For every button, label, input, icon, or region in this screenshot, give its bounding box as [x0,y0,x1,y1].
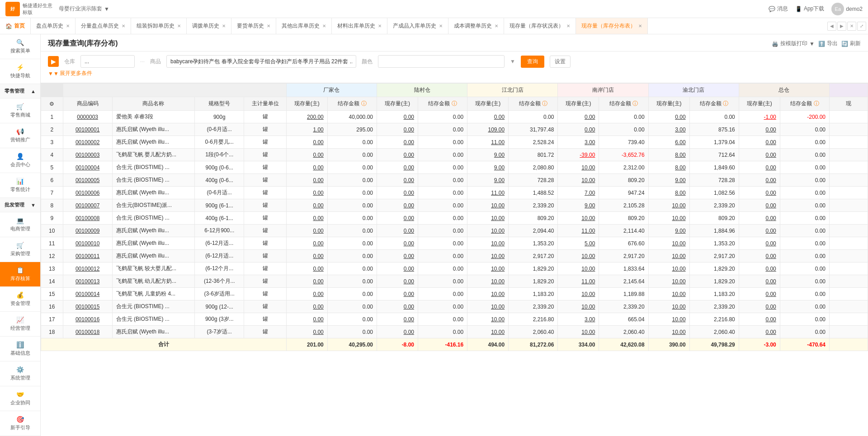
cell-total-qty[interactable]: 0.00 [739,212,780,225]
cell-yb-qty[interactable]: 10.00 [648,288,689,300]
cell-code[interactable]: 00100007 [63,199,112,212]
cell-fj-qty[interactable]: 0.00 [286,136,327,149]
cell-fj-qty[interactable]: 200.00 [286,111,327,123]
cell-na-qty[interactable]: 0.00 [558,123,599,136]
sidebar-item-system[interactable]: ⚙️ 系统管理 [0,361,40,386]
cell-lc-qty[interactable]: 0.00 [377,161,418,174]
tab-purchase-order[interactable]: 要货单历史 ✕ [231,18,276,34]
cell-yb-qty[interactable]: 10.00 [648,212,689,225]
tab-prev-btn[interactable]: ◀ [827,22,836,31]
cell-yb-qty[interactable]: 6.00 [648,136,689,149]
cell-code[interactable]: 00100013 [63,275,112,288]
sidebar-section-wholesale[interactable]: 批发管理 ▼ [0,198,40,212]
cell-fj-qty[interactable]: 0.00 [286,275,327,288]
cell-total-qty[interactable]: 0.00 [739,136,780,149]
cell-total-qty[interactable]: 0.00 [739,187,780,199]
filter-collapse-btn[interactable]: ▶ [48,56,59,67]
cell-yb-qty[interactable]: 0.00 [648,111,689,123]
cell-na-qty[interactable]: 10.00 [558,250,599,263]
cell-total-qty[interactable]: -1.00 [739,111,780,123]
cell-yb-qty[interactable]: 10.00 [648,313,689,326]
cell-total-qty[interactable]: 0.00 [739,250,780,263]
cell-fj-qty[interactable]: 0.00 [286,313,327,326]
cell-total-qty[interactable]: 0.00 [739,174,780,187]
cell-yb-qty[interactable]: 8.00 [648,161,689,174]
cell-code[interactable]: 00100009 [63,225,112,237]
tab-assembly[interactable]: 组装拆卸单历史 ✕ [131,18,187,34]
cell-yb-qty[interactable]: 10.00 [648,237,689,250]
cell-na-qty[interactable]: 10.00 [558,263,599,275]
cell-fj-qty[interactable]: 0.00 [286,174,327,187]
cell-jb-qty[interactable]: 10.00 [467,288,509,300]
cell-na-qty[interactable]: 10.00 [558,300,599,313]
cell-fj-qty[interactable]: 0.00 [286,187,327,199]
cell-jb-qty[interactable]: 10.00 [467,199,509,212]
cell-na-qty[interactable]: 10.00 [558,326,599,338]
cell-na-qty[interactable]: 0.00 [558,111,599,123]
cell-fj-qty[interactable]: 0.00 [286,237,327,250]
cell-lc-qty[interactable]: 0.00 [377,237,418,250]
tab-close-icon[interactable]: ✕ [638,23,642,28]
cell-lc-qty[interactable]: 0.00 [377,212,418,225]
cell-fj-qty[interactable]: 0.00 [286,212,327,225]
query-btn[interactable]: 查询 [521,56,544,68]
cell-jb-qty[interactable]: 10.00 [467,326,509,338]
sidebar-item-ecomm[interactable]: 💻 电商管理 [0,212,40,237]
tab-other-out[interactable]: 其他出库单历史 ✕ [276,18,332,34]
cell-yb-qty[interactable]: 9.00 [648,174,689,187]
export-btn[interactable]: ⬆️ 导出 [818,40,838,47]
app-download-btn[interactable]: 📱 App下载 [795,5,824,13]
tab-inventory-history[interactable]: 盘点单历史 ✕ [31,18,75,34]
sidebar-item-purchase[interactable]: 🛒 采购管理 [0,237,40,262]
cell-yb-qty[interactable]: 10.00 [648,300,689,313]
cell-lc-qty[interactable]: 0.00 [377,263,418,275]
cell-total-qty[interactable]: 0.00 [739,161,780,174]
cell-jb-qty[interactable]: 10.00 [467,313,509,326]
tab-stock-dist[interactable]: 现存量（库存分布表） ✕ [576,18,648,34]
cell-code[interactable]: 00100005 [63,174,112,187]
cell-lc-qty[interactable]: 0.00 [377,187,418,199]
cell-code[interactable]: 00100018 [63,326,112,338]
cell-jb-qty[interactable]: 0.00 [467,111,509,123]
cell-jb-qty[interactable]: 9.00 [467,161,509,174]
color-input[interactable] [378,55,505,68]
cell-code[interactable]: 00100014 [63,288,112,300]
tab-close-all-btn[interactable]: ✕ [847,22,856,31]
cell-jb-qty[interactable]: 9.00 [467,174,509,187]
tab-sub-inventory[interactable]: 分量盘点单历史 ✕ [75,18,131,34]
cell-fj-qty[interactable]: 0.00 [286,161,327,174]
cell-na-qty[interactable]: 10.00 [558,288,599,300]
cell-code[interactable]: 00100015 [63,300,112,313]
cell-yb-qty[interactable]: 10.00 [648,275,689,288]
sidebar-item-search[interactable]: 🔍 搜索英单 [0,34,40,59]
cell-lc-qty[interactable]: 0.00 [377,275,418,288]
cell-lc-qty[interactable]: 0.00 [377,123,418,136]
tab-product-in[interactable]: 产成品入库单历史 ✕ [387,18,448,34]
tab-stock-status[interactable]: 现存量（库存状况表） ✕ [504,18,576,34]
cell-fj-qty[interactable]: 0.00 [286,300,327,313]
cell-yb-qty[interactable]: 3.00 [648,123,689,136]
cell-lc-qty[interactable]: 0.00 [377,225,418,237]
cell-fj-qty[interactable]: 0.00 [286,326,327,338]
cell-na-qty[interactable]: 10.00 [558,174,599,187]
cell-total-qty[interactable]: 0.00 [739,288,780,300]
sidebar-item-retail-stats[interactable]: 📊 零售统计 [0,173,40,198]
cell-yb-qty[interactable]: 8.00 [648,149,689,161]
sidebar-item-member[interactable]: 👤 会员中心 [0,148,40,173]
cell-fj-qty[interactable]: 0.00 [286,225,327,237]
cell-code[interactable]: 00100002 [63,136,112,149]
sidebar-item-business[interactable]: 📈 经营管理 [0,312,40,337]
cell-jb-qty[interactable]: 10.00 [467,237,509,250]
tab-close-icon[interactable]: ✕ [222,23,226,28]
cell-jb-qty[interactable]: 109.00 [467,123,509,136]
cell-total-qty[interactable]: 0.00 [739,237,780,250]
goods-input[interactable] [166,55,356,68]
tab-transfer[interactable]: 调拨单历史 ✕ [187,18,231,34]
cell-code[interactable]: 00100008 [63,212,112,225]
cell-jb-qty[interactable]: 10.00 [467,225,509,237]
cell-na-qty[interactable]: 5.00 [558,237,599,250]
cell-yb-qty[interactable]: 9.00 [648,225,689,237]
sidebar-item-finance[interactable]: 💰 资金管理 [0,287,40,312]
cell-lc-qty[interactable]: 0.00 [377,174,418,187]
cell-na-qty[interactable]: 11.00 [558,275,599,288]
